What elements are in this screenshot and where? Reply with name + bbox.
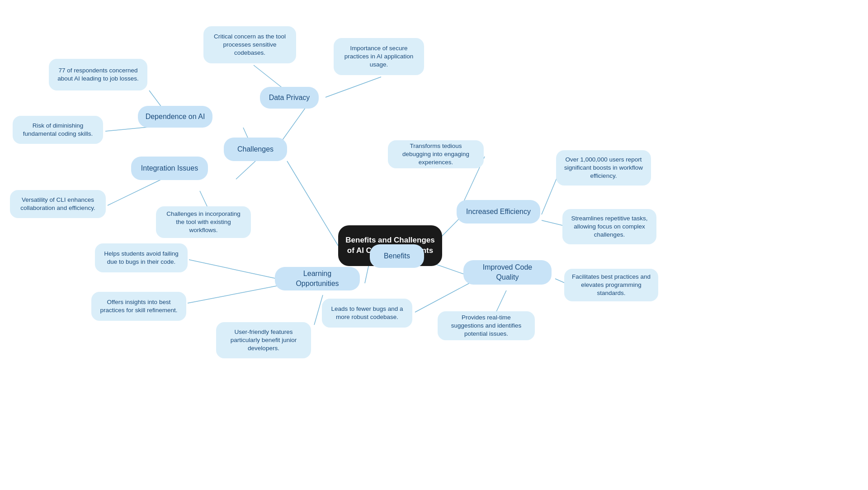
realtime-node: Provides real-time suggestions and ident… (438, 311, 535, 340)
learning-label: Learning Opportunities (282, 269, 353, 288)
dataprivacy-node: Data Privacy (260, 87, 319, 109)
streamlines-node: Streamlines repetitive tasks, allowing f… (562, 209, 656, 244)
avoidfailing-label: Helps students avoid failing due to bugs… (102, 250, 180, 266)
realtime-label: Provides real-time suggestions and ident… (445, 314, 528, 338)
insights-label: Offers insights into best practices for … (99, 298, 179, 314)
efficiency-node: Increased Efficiency (457, 200, 540, 224)
dataprivacy-label: Data Privacy (269, 93, 310, 103)
dependence-node: Dependence on AI (138, 106, 212, 128)
incorporating-node: Challenges in incorporating the tool wit… (156, 206, 251, 238)
cli-label: Versatility of CLI enhances collaboratio… (17, 196, 99, 212)
criticalconcern-label: Critical concern as the tool processes s… (211, 33, 289, 57)
svg-line-10 (200, 191, 208, 208)
benefits-label: Benefits (384, 251, 410, 261)
joblosses-node: 77 of respondents concerned about AI lea… (49, 59, 147, 90)
userfriendly-label: User-friendly features particularly bene… (223, 328, 304, 353)
svg-line-0 (287, 161, 338, 246)
benefits-node: Benefits (370, 244, 424, 268)
streamlines-label: Streamlines repetitive tasks, allowing f… (570, 214, 649, 239)
svg-line-19 (415, 283, 469, 312)
debugging-label: Transforms tedious debugging into engagi… (395, 142, 476, 167)
codequality-label: Improved Code Quality (471, 262, 544, 282)
svg-line-9 (108, 178, 164, 205)
avoidfailing-node: Helps students avoid failing due to bugs… (95, 243, 188, 272)
million-node: Over 1,000,000 users report significant … (556, 150, 651, 186)
userfriendly-node: User-friendly features particularly bene… (216, 322, 311, 358)
svg-line-4 (236, 161, 255, 179)
fewbugs-node: Leads to fewer bugs and a more robust co… (322, 299, 412, 328)
securepractices-node: Importance of secure practices in AI app… (334, 38, 424, 75)
svg-line-20 (189, 260, 281, 280)
dependence-label: Dependence on AI (146, 112, 205, 122)
efficiency-label: Increased Efficiency (466, 207, 531, 217)
facilitates-label: Facilitates best practices and elevates … (571, 273, 651, 298)
diminishing-node: Risk of diminishing fundamental coding s… (13, 116, 103, 144)
securepractices-label: Importance of secure practices in AI app… (341, 44, 417, 69)
incorporating-label: Challenges in incorporating the tool wit… (163, 210, 244, 235)
diminishing-label: Risk of diminishing fundamental coding s… (20, 122, 96, 138)
debugging-node: Transforms tedious debugging into engagi… (388, 140, 484, 168)
codequality-node: Improved Code Quality (463, 260, 552, 285)
fewbugs-label: Leads to fewer bugs and a more robust co… (329, 305, 405, 321)
svg-line-6 (326, 77, 381, 97)
svg-line-21 (188, 285, 281, 303)
challenges-label: Challenges (237, 144, 274, 154)
integration-node: Integration Issues (131, 157, 208, 180)
joblosses-label: 77 of respondents concerned about AI lea… (56, 67, 140, 83)
learning-node: Learning Opportunities (275, 267, 360, 290)
criticalconcern-node: Critical concern as the tool processes s… (203, 26, 296, 63)
cli-node: Versatility of CLI enhances collaboratio… (10, 190, 106, 218)
challenges-node: Challenges (224, 138, 287, 161)
million-label: Over 1,000,000 users report significant … (563, 156, 644, 181)
insights-node: Offers insights into best practices for … (91, 292, 186, 321)
integration-label: Integration Issues (141, 163, 198, 173)
facilitates-node: Facilitates best practices and elevates … (564, 269, 658, 301)
